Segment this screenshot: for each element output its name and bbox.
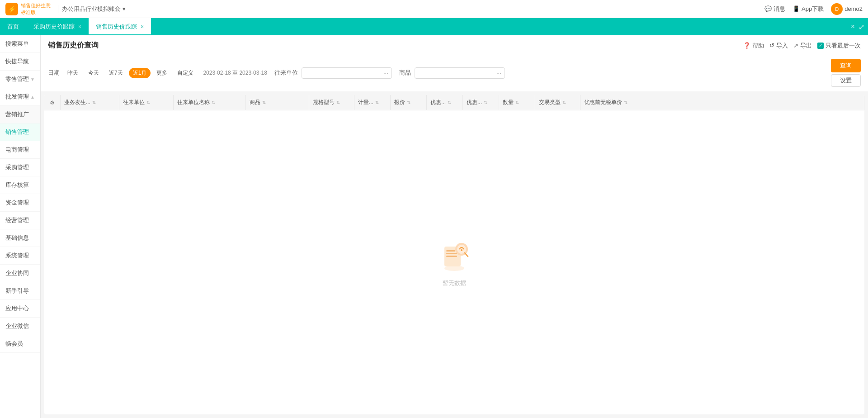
chevron-up-icon: ▲ <box>30 95 35 100</box>
date-filter-group: 日期 昨天 今天 近7天 近1月 更多 自定义 2023-02-18 至 202… <box>48 68 267 78</box>
tab-close-purchase[interactable]: × <box>78 24 81 30</box>
message-btn[interactable]: 💬 消息 <box>764 5 785 13</box>
th-unit-name[interactable]: 往来单位名称 ⇅ <box>174 95 246 110</box>
product-dots-icon[interactable]: ··· <box>496 70 501 76</box>
sort-icon: ⇅ <box>262 100 266 105</box>
th-unit[interactable]: 计量... ⇅ <box>354 95 391 110</box>
th-gear[interactable]: ⚙ <box>44 95 61 110</box>
import-btn[interactable]: ↺ 导入 <box>769 42 788 50</box>
svg-rect-2 <box>446 250 455 252</box>
top-bar: ⚡ 销售佳好生意 标准版 办公用品行业模拟账套 ▾ 💬 消息 📱 App下载 D… <box>0 0 868 18</box>
avatar: D <box>831 3 843 15</box>
sort-icon: ⇅ <box>562 100 566 105</box>
checkbox-icon: ✓ <box>817 43 824 49</box>
close-all-tabs-btn[interactable]: × <box>851 23 855 31</box>
filter-row: 日期 昨天 今天 近7天 近1月 更多 自定义 2023-02-18 至 202… <box>41 54 868 91</box>
sidebar-item-vip-member[interactable]: 畅会员 <box>0 335 40 353</box>
th-product[interactable]: 商品 ⇅ <box>246 95 309 110</box>
th-discount1[interactable]: 优惠... ⇅ <box>427 95 463 110</box>
date-btn-yesterday[interactable]: 昨天 <box>63 68 82 78</box>
date-btn-today[interactable]: 今天 <box>84 68 103 78</box>
partner-label: 往来单位 <box>274 69 298 77</box>
sidebar-subitem-sales-mgmt[interactable]: 销售管理 <box>0 124 40 141</box>
page-header: 销售历史价查询 ❓ 帮助 ↺ 导入 ↗ 导出 ✓ <box>41 35 868 54</box>
download-icon: 📱 <box>793 5 800 12</box>
settings-button[interactable]: 设置 <box>831 74 861 87</box>
user-profile-btn[interactable]: D demo2 <box>831 3 863 15</box>
svg-point-7 <box>461 249 462 251</box>
partner-dots-icon[interactable]: ··· <box>383 70 388 76</box>
sidebar-item-search-menu[interactable]: 搜索菜单 <box>0 35 40 53</box>
th-qty[interactable]: 数量 ⇅ <box>499 95 535 110</box>
fullscreen-btn[interactable]: ⤢ <box>859 23 864 31</box>
table-header: ⚙ 业务发生... ⇅ 往来单位 ⇅ 往来单位名称 ⇅ 商品 ⇅ <box>44 95 864 110</box>
sidebar-item-ecom-mgmt[interactable]: 电商管理 <box>0 141 40 159</box>
product-input[interactable] <box>415 67 505 79</box>
tab-close-sales[interactable]: × <box>141 24 144 30</box>
th-discount2[interactable]: 优惠... ⇅ <box>463 95 499 110</box>
sidebar-item-basic-info[interactable]: 基础信息 <box>0 229 40 247</box>
content-area: 销售历史价查询 ❓ 帮助 ↺ 导入 ↗ 导出 ✓ <box>41 35 868 418</box>
tab-home[interactable]: 首页 <box>0 18 26 35</box>
sort-icon: ⇅ <box>515 100 519 105</box>
sort-icon: ⇅ <box>407 100 410 105</box>
tab-sales-history[interactable]: 销售历史价跟踪 × <box>89 18 151 35</box>
sidebar-item-ops-mgmt[interactable]: 经营管理 <box>0 212 40 229</box>
table-body: 暂无数据 <box>44 110 864 414</box>
sidebar-item-enterprise-coop[interactable]: 企业协同 <box>0 265 40 282</box>
date-btn-1month[interactable]: 近1月 <box>129 68 151 78</box>
tab-purchase-history[interactable]: 采购历史价跟踪 × <box>26 18 89 35</box>
table-area: ⚙ 业务发生... ⇅ 往来单位 ⇅ 往来单位名称 ⇅ 商品 ⇅ <box>44 95 864 414</box>
sidebar-item-wholesale-mgmt[interactable]: 批发管理 ▲ <box>0 88 40 106</box>
sidebar-item-app-center[interactable]: 应用中心 <box>0 300 40 318</box>
page-title-row: 销售历史价查询 ❓ 帮助 ↺ 导入 ↗ 导出 ✓ <box>48 41 861 50</box>
only-last-checkbox[interactable]: ✓ 只看最后一次 <box>817 42 861 50</box>
th-date[interactable]: 业务发生... ⇅ <box>61 95 119 110</box>
date-buttons: 昨天 今天 近7天 近1月 更多 自定义 <box>63 68 198 78</box>
app-download-btn[interactable]: 📱 App下载 <box>793 5 824 13</box>
th-pretax-price[interactable]: 优惠前无税单价 ⇅ <box>580 95 864 110</box>
chevron-down-icon: ▾ <box>123 5 126 12</box>
partner-input[interactable] <box>302 67 392 79</box>
product-filter-group: 商品 ··· <box>399 67 505 79</box>
sidebar-item-purchase-mgmt[interactable]: 采购管理 <box>0 159 40 176</box>
date-btn-7days[interactable]: 近7天 <box>105 68 127 78</box>
main-layout: 搜索菜单 快捷导航 零售管理 ▼ 批发管理 ▲ 营销推广 销售管理 电商管理 采… <box>0 35 868 418</box>
sidebar-item-enterprise-wechat[interactable]: 企业微信 <box>0 318 40 335</box>
date-label: 日期 <box>48 69 60 77</box>
top-bar-left: ⚡ 销售佳好生意 标准版 办公用品行业模拟账套 ▾ <box>5 2 129 15</box>
page-actions: ❓ 帮助 ↺ 导入 ↗ 导出 ✓ 只看最后一次 <box>743 42 861 50</box>
settings-gear-icon: ⚙ <box>50 100 55 106</box>
sort-icon: ⇅ <box>146 100 150 105</box>
th-unit-code[interactable]: 往来单位 ⇅ <box>119 95 174 110</box>
export-icon: ↗ <box>793 42 798 49</box>
help-btn[interactable]: ❓ 帮助 <box>743 42 764 50</box>
message-icon: 💬 <box>764 5 772 12</box>
sidebar-subitem-marketing[interactable]: 营销推广 <box>0 106 40 124</box>
sort-icon: ⇅ <box>484 100 487 105</box>
date-btn-custom[interactable]: 自定义 <box>173 68 198 78</box>
logo-icon: ⚡ <box>5 3 18 15</box>
sidebar-item-retail-mgmt[interactable]: 零售管理 ▼ <box>0 71 40 88</box>
app-selector[interactable]: 办公用品行业模拟账套 ▾ <box>58 5 129 13</box>
sort-icon: ⇅ <box>624 100 627 105</box>
export-btn[interactable]: ↗ 导出 <box>793 42 812 50</box>
sidebar-item-inventory[interactable]: 库存核算 <box>0 176 40 194</box>
sidebar-item-new-guide[interactable]: 新手引导 <box>0 282 40 300</box>
th-spec[interactable]: 规格型号 ⇅ <box>309 95 354 110</box>
date-btn-more[interactable]: 更多 <box>152 68 171 78</box>
th-trade-type[interactable]: 交易类型 ⇅ <box>535 95 580 110</box>
import-icon: ↺ <box>769 42 774 49</box>
tab-bar-actions: × ⤢ <box>851 23 868 31</box>
sidebar-item-system-mgmt[interactable]: 系统管理 <box>0 247 40 265</box>
query-button[interactable]: 查询 <box>831 59 861 72</box>
product-input-wrap: ··· <box>415 67 505 79</box>
sort-icon: ⇅ <box>448 100 451 105</box>
th-price[interactable]: 报价 ⇅ <box>391 95 427 110</box>
chevron-down-icon: ▼ <box>30 77 35 82</box>
sort-icon: ⇅ <box>336 100 340 105</box>
sidebar-item-quick-nav[interactable]: 快捷导航 <box>0 53 40 71</box>
sidebar-item-finance-mgmt[interactable]: 资金管理 <box>0 194 40 212</box>
svg-rect-4 <box>446 256 457 257</box>
sort-icon: ⇅ <box>375 100 379 105</box>
